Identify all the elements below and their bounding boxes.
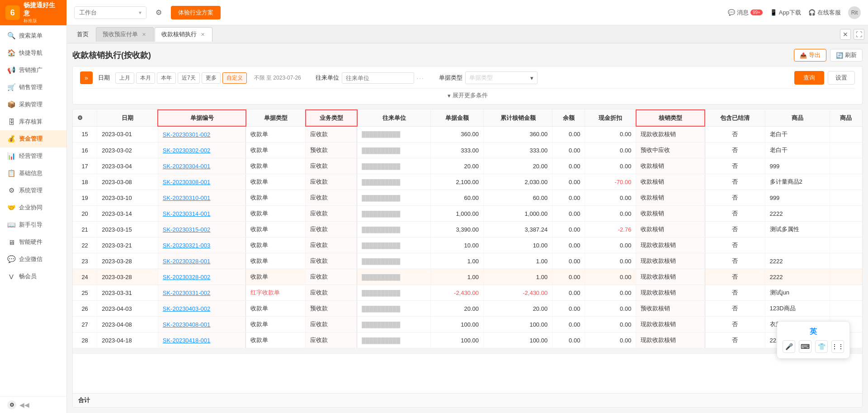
doc-type-value: 单据类型 bbox=[469, 74, 493, 82]
tab-close-receipt-writeoff[interactable]: ✕ bbox=[199, 31, 206, 38]
curr-year-button[interactable]: 本年 bbox=[157, 72, 176, 84]
sidebar-menu: 🔍搜索菜单🏠快捷导航📢营销推广🛒销售管理📦采购管理🗄库存核算💰资金管理📊经营管理… bbox=[0, 25, 66, 396]
sidebar-item-hardware[interactable]: 🖥智能硬件 bbox=[0, 233, 66, 251]
cell-doc-no[interactable]: SK-20230308-001 bbox=[158, 174, 246, 190]
cell-amount: 1.00 bbox=[431, 269, 484, 285]
sidebar-item-guide[interactable]: 📖新手引导 bbox=[0, 216, 66, 233]
cell-doc-no[interactable]: SK-20230301-002 bbox=[158, 126, 246, 142]
close-tab-button[interactable]: ✕ bbox=[840, 29, 851, 40]
cell-doc-no[interactable]: SK-20230408-001 bbox=[158, 317, 246, 332]
last7-button[interactable]: 近7天 bbox=[178, 72, 200, 84]
custom-date-button[interactable]: 自定义 bbox=[222, 72, 247, 84]
export-button[interactable]: 📤 导出 bbox=[794, 49, 826, 62]
online-service-item[interactable]: 🎧 在线客服 bbox=[808, 9, 841, 17]
cell-amount: 20.00 bbox=[431, 301, 484, 317]
cell-writeoff-type: 现款收款核销 bbox=[636, 253, 705, 269]
table-row: 242023-03-28SK-20230328-002收款单应收款███████… bbox=[73, 269, 862, 285]
sidebar-icon-guide: 📖 bbox=[7, 221, 15, 229]
grid-icon[interactable]: ⋮⋮ bbox=[831, 340, 844, 353]
user-avatar[interactable]: Rit bbox=[848, 6, 861, 19]
cell-partner: ██████████ bbox=[357, 174, 431, 190]
cell-writeoff-type: 预收中应收 bbox=[636, 142, 705, 158]
sidebar-item-purchase[interactable]: 📦采购管理 bbox=[0, 96, 66, 113]
col-header-amount: 单据金额 bbox=[431, 110, 484, 126]
col-header-cash_discount: 现金折扣 bbox=[585, 110, 636, 126]
cell-partner: ██████████ bbox=[357, 222, 431, 237]
cell-doc-type: 收款单 bbox=[246, 206, 306, 222]
sidebar-item-basic[interactable]: 📋基础信息 bbox=[0, 165, 66, 182]
cell-writeoff-type: 现款收款核销 bbox=[636, 285, 705, 301]
setting-button[interactable]: 设置 bbox=[828, 71, 855, 85]
col-header-settings[interactable]: ⚙ bbox=[73, 110, 97, 126]
cell-doc-no[interactable]: SK-20230314-001 bbox=[158, 206, 246, 222]
sidebar-item-marketing[interactable]: 📢营销推广 bbox=[0, 62, 66, 79]
cell-doc-no[interactable]: SK-20230321-003 bbox=[158, 237, 246, 253]
solution-button[interactable]: 体验行业方案 bbox=[171, 6, 221, 19]
sidebar-item-system[interactable]: ⚙系统管理 bbox=[0, 182, 66, 199]
curr-month-button[interactable]: 本月 bbox=[136, 72, 155, 84]
messages-item[interactable]: 💬 消息 99+ bbox=[728, 9, 763, 17]
sidebar-item-enterprise[interactable]: 🤝企业协同 bbox=[0, 199, 66, 216]
cell-balance: 0.00 bbox=[552, 332, 585, 348]
sidebar-icon-basic: 📋 bbox=[7, 169, 15, 177]
cell-doc-no[interactable]: SK-20230328-002 bbox=[158, 269, 246, 285]
sidebar-item-finance[interactable]: 💰资金管理 bbox=[0, 130, 66, 147]
cell-goods-img bbox=[830, 206, 862, 222]
sidebar-item-member[interactable]: V畅会员 bbox=[0, 268, 66, 285]
expand-filter-button[interactable]: ▾ 展开更多条件 bbox=[80, 88, 855, 100]
doc-type-select[interactable]: 单据类型 ▾ bbox=[465, 71, 538, 84]
fullscreen-button[interactable]: ⛶ bbox=[854, 29, 864, 40]
prev-month-button[interactable]: 上月 bbox=[115, 72, 134, 84]
export-icon: 📤 bbox=[800, 52, 807, 59]
sidebar-item-inventory[interactable]: 🗄库存核算 bbox=[0, 113, 66, 130]
table-row: 182023-03-08SK-20230308-001收款单应收款███████… bbox=[73, 174, 862, 190]
workspace-selector[interactable]: 工作台 ▾ bbox=[74, 6, 146, 19]
mic-icon[interactable]: 🎤 bbox=[783, 340, 795, 353]
cell-cash-discount: -2.76 bbox=[585, 222, 636, 237]
workspace-text: 工作台 bbox=[79, 9, 136, 17]
app-download-item[interactable]: 📱 App下载 bbox=[770, 9, 801, 17]
tab-home[interactable]: 首页 bbox=[71, 27, 95, 42]
sidebar-item-wechat[interactable]: 💬企业微信 bbox=[0, 251, 66, 268]
cell-doc-no[interactable]: SK-20230328-001 bbox=[158, 253, 246, 269]
collapse-icon[interactable]: ◀◀ bbox=[20, 400, 29, 409]
sidebar-item-search[interactable]: 🔍搜索菜单 bbox=[0, 27, 66, 44]
settings-icon[interactable]: ⚙ bbox=[7, 400, 16, 409]
sidebar-label-hardware: 智能硬件 bbox=[19, 238, 42, 246]
cell-date: 2023-03-28 bbox=[97, 269, 158, 285]
refresh-button[interactable]: 🔄 刷新 bbox=[830, 49, 863, 62]
query-button[interactable]: 查询 bbox=[794, 71, 824, 85]
cell-writeoff-amount: 360.00 bbox=[483, 126, 552, 142]
sidebar-item-sales[interactable]: 🛒销售管理 bbox=[0, 79, 66, 96]
partner-input[interactable] bbox=[342, 72, 414, 84]
sidebar-label-purchase: 采购管理 bbox=[19, 100, 42, 109]
cell-cash-discount: 0.00 bbox=[585, 142, 636, 158]
filter-toggle-button[interactable]: » bbox=[80, 71, 93, 84]
sidebar-icon-system: ⚙ bbox=[7, 186, 15, 195]
sidebar-item-operations[interactable]: 📊经营管理 bbox=[0, 147, 66, 165]
cell-doc-no[interactable]: SK-20230304-001 bbox=[158, 158, 246, 174]
sidebar-bottom: ⚙ ◀◀ bbox=[0, 396, 66, 413]
sidebar-icon-member: V bbox=[7, 272, 15, 280]
cell-cash-discount: 0.00 bbox=[585, 237, 636, 253]
cell-doc-no[interactable]: SK-20230403-002 bbox=[158, 301, 246, 317]
cell-goods-img bbox=[830, 142, 862, 158]
cell-balance: 0.00 bbox=[552, 126, 585, 142]
tab-close-prepay-orders[interactable]: ✕ bbox=[141, 31, 147, 38]
sidebar-item-quick-nav[interactable]: 🏠快捷导航 bbox=[0, 44, 66, 62]
cell-doc-no[interactable]: SK-20230310-001 bbox=[158, 190, 246, 206]
tab-receipt-writeoff[interactable]: 收款核销执行✕ bbox=[155, 27, 212, 42]
cell-doc-no[interactable]: SK-20230302-002 bbox=[158, 142, 246, 158]
cell-doc-no[interactable]: SK-20230418-001 bbox=[158, 332, 246, 348]
more-date-button[interactable]: 更多 bbox=[202, 72, 221, 84]
cell-amount: 1,000.00 bbox=[431, 206, 484, 222]
topbar-gear-icon[interactable]: ⚙ bbox=[152, 6, 165, 19]
shirt-icon[interactable]: 👕 bbox=[815, 340, 828, 353]
cell-doc-type: 收款单 bbox=[246, 301, 306, 317]
cell-doc-no[interactable]: SK-20230331-002 bbox=[158, 285, 246, 301]
cell-biz-type: 预收款 bbox=[306, 142, 357, 158]
keyboard-icon[interactable]: ⌨ bbox=[799, 340, 811, 353]
cell-writeoff-amount: 60.00 bbox=[483, 190, 552, 206]
tab-prepay-orders[interactable]: 预收预应付单✕ bbox=[96, 27, 154, 42]
cell-doc-no[interactable]: SK-20230315-002 bbox=[158, 222, 246, 237]
